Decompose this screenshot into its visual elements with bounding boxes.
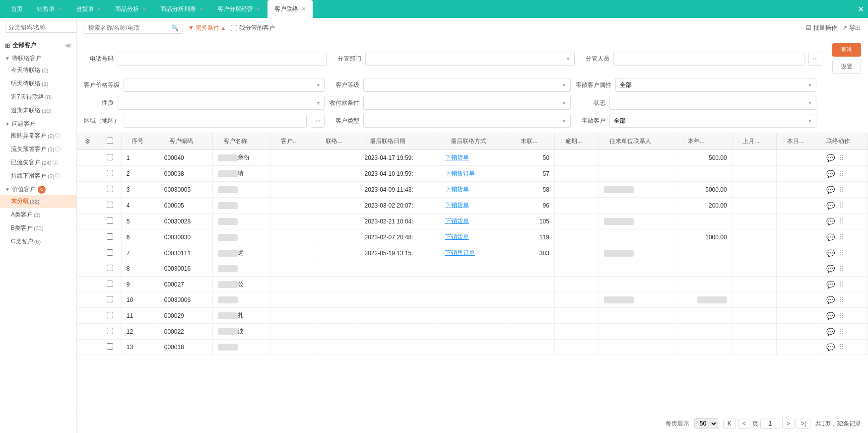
table-cell[interactable]	[440, 261, 510, 277]
action-cell[interactable]: 💬⠿	[821, 198, 868, 214]
more-icon[interactable]: ⠿	[839, 296, 844, 304]
chat-icon[interactable]: 💬	[826, 281, 835, 289]
chat-icon[interactable]: 💬	[826, 312, 835, 320]
sidebar-search-input[interactable]	[5, 22, 77, 33]
last-page-btn[interactable]: >|	[797, 419, 810, 429]
table-cell[interactable]	[440, 292, 510, 308]
col-checkbox-header[interactable]	[98, 133, 121, 150]
sidebar-item-churn-risk[interactable]: 流失预警客户(3) ⓘ	[0, 143, 76, 156]
more-icon[interactable]: ⠿	[839, 170, 844, 178]
chat-icon[interactable]: 💬	[826, 186, 835, 194]
action-cell[interactable]: 💬⠿	[821, 340, 868, 355]
region-dots-btn[interactable]: ···	[311, 114, 325, 128]
table-cell[interactable]	[98, 261, 121, 277]
nature-select[interactable]	[118, 96, 325, 110]
action-cell[interactable]: 💬⠿	[821, 308, 868, 324]
table-cell[interactable]	[98, 229, 121, 245]
chat-icon[interactable]: 💬	[826, 170, 835, 178]
chat-icon[interactable]: 💬	[826, 233, 835, 241]
table-cell[interactable]	[98, 292, 121, 308]
tab-product-analysis-list[interactable]: 商品分析列表 ✕	[153, 0, 210, 18]
col-settings[interactable]: ⚙	[77, 133, 98, 150]
query-button[interactable]: 查询	[832, 43, 861, 57]
table-cell[interactable]: 下销货单	[440, 229, 510, 245]
sidebar-item-churned[interactable]: 已流失客户(24) ⓘ	[0, 156, 76, 169]
tab-customer-contact[interactable]: 客户联络 ✕	[267, 0, 313, 18]
table-cell[interactable]	[98, 324, 121, 340]
table-cell[interactable]	[440, 340, 510, 355]
action-cell[interactable]: 💬⠿	[821, 214, 868, 229]
close-icon[interactable]: ✕	[142, 6, 146, 12]
action-cell[interactable]: 💬⠿	[821, 292, 868, 308]
sidebar-item-today[interactable]: 今天待联络(0)	[0, 64, 76, 77]
close-icon[interactable]: ✕	[58, 6, 62, 12]
sidebar-item-classB[interactable]: B类客户(33)	[0, 221, 76, 235]
sidebar-item-declining[interactable]: 持续下滑客户(2) ⓘ	[0, 169, 76, 183]
action-cell[interactable]: 💬⠿	[821, 324, 868, 340]
per-page-select[interactable]: 50	[694, 418, 718, 429]
refresh-badge[interactable]: ↻	[38, 186, 46, 194]
close-icon[interactable]: ✕	[199, 6, 203, 12]
action-cell[interactable]: 💬⠿	[821, 150, 868, 166]
dept-select[interactable]	[365, 52, 574, 66]
chat-icon[interactable]: 💬	[826, 296, 835, 304]
more-conditions[interactable]: ▼ 更多条件 ▲	[188, 24, 226, 32]
chat-icon[interactable]: 💬	[826, 217, 835, 225]
tab-purchase[interactable]: 进货单 ✕	[69, 0, 108, 18]
first-page-btn[interactable]: K	[723, 419, 736, 429]
table-cell[interactable]	[98, 182, 121, 198]
chat-icon[interactable]: 💬	[826, 328, 835, 336]
manager-dots-btn[interactable]: ···	[808, 52, 822, 66]
table-cell[interactable]	[98, 277, 121, 292]
chat-icon[interactable]: 💬	[826, 202, 835, 210]
tab-sales[interactable]: 销售单 ✕	[30, 0, 69, 18]
more-icon[interactable]: ⠿	[839, 202, 844, 210]
sidebar-item-abnormal[interactable]: 囤购异常客户(2) ⓘ	[0, 129, 76, 143]
my-customers-checkbox[interactable]: 我分管的客户	[231, 24, 275, 32]
manager-input[interactable]	[613, 52, 804, 66]
more-icon[interactable]: ⠿	[839, 265, 844, 273]
region-input[interactable]	[124, 114, 307, 128]
tab-product-analysis[interactable]: 商品分析 ✕	[108, 0, 153, 18]
table-cell[interactable]	[98, 308, 121, 324]
sidebar-item-classC[interactable]: C类客户(6)	[0, 235, 76, 248]
close-icon[interactable]: ✕	[256, 6, 261, 12]
collapse-icon[interactable]: ≪	[65, 42, 71, 49]
page-number-input[interactable]	[760, 419, 780, 429]
more-icon[interactable]: ⠿	[839, 249, 844, 257]
table-cell[interactable]	[440, 324, 510, 340]
action-cell[interactable]: 💬⠿	[821, 261, 868, 277]
more-icon[interactable]: ⠿	[839, 328, 844, 336]
action-cell[interactable]: 💬⠿	[821, 166, 868, 182]
all-customers-header[interactable]: ⊞ 全部客户 ≪	[0, 37, 76, 52]
table-cell[interactable]: 下销售订单	[440, 245, 510, 261]
table-cell[interactable]	[98, 245, 121, 261]
table-cell[interactable]	[98, 340, 121, 355]
close-icon[interactable]: ✕	[97, 6, 101, 12]
reset-button[interactable]: 设置	[832, 60, 861, 74]
table-cell[interactable]: 下销货单	[440, 150, 510, 166]
cust-level-select[interactable]	[363, 78, 570, 92]
status-select[interactable]	[609, 96, 816, 110]
chat-icon[interactable]: 💬	[826, 249, 835, 257]
tab-home[interactable]: 首页	[4, 0, 30, 18]
more-icon[interactable]: ⠿	[839, 233, 844, 241]
retail-attr-select[interactable]: 全部	[615, 78, 816, 92]
action-cell[interactable]: 💬⠿	[821, 277, 868, 292]
next-page-btn[interactable]: >	[782, 419, 795, 429]
sidebar-item-overdue[interactable]: 逾期未联络(30)	[0, 104, 76, 117]
action-cell[interactable]: 💬⠿	[821, 245, 868, 261]
more-icon[interactable]: ⠿	[839, 343, 844, 351]
retail-cust-select[interactable]: 全部	[609, 114, 816, 128]
action-cell[interactable]: 💬⠿	[821, 229, 868, 245]
chat-icon[interactable]: 💬	[826, 343, 835, 351]
close-icon[interactable]: ✕	[301, 6, 306, 12]
chat-icon[interactable]: 💬	[826, 154, 835, 162]
sidebar-item-ungroup[interactable]: 末分组(32)	[0, 195, 76, 208]
chat-icon[interactable]: 💬	[826, 265, 835, 273]
sidebar-item-tomorrow[interactable]: 明天待联络(1)	[0, 77, 76, 90]
payment-select[interactable]	[363, 96, 570, 110]
table-cell[interactable]	[440, 277, 510, 292]
prev-page-btn[interactable]: <	[738, 419, 750, 429]
table-cell[interactable]	[440, 308, 510, 324]
